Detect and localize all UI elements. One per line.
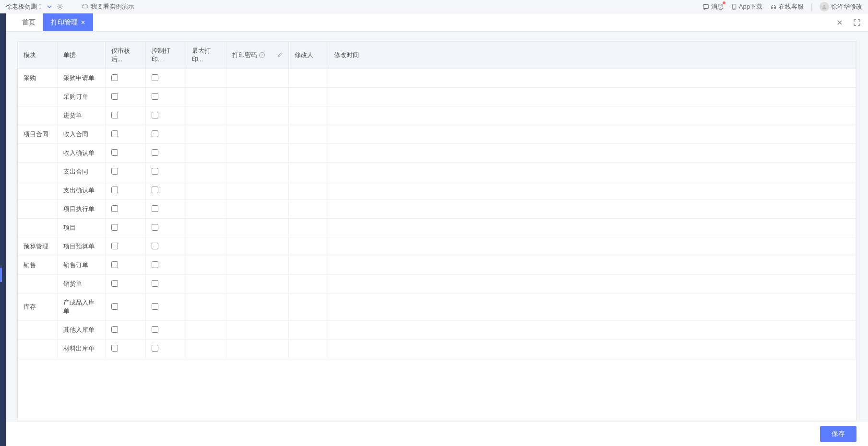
cell-password — [226, 321, 288, 340]
th-print-password: 打印密码 ? — [226, 42, 288, 69]
cell-bill: 收入合同 — [57, 125, 105, 144]
table-row: 采购采购申请单 — [18, 69, 856, 88]
checkbox-after-audit[interactable] — [111, 280, 118, 287]
cell-module: 预算管理 — [18, 237, 57, 256]
table-row: 支出确认单 — [18, 181, 856, 200]
svg-point-3 — [734, 8, 734, 8]
checkbox-control-print[interactable] — [152, 303, 158, 310]
checkbox-control-print[interactable] — [152, 130, 158, 137]
messages-link[interactable]: 消息 — [702, 2, 724, 11]
checkbox-control-print[interactable] — [152, 326, 158, 333]
cell-control-print — [145, 321, 186, 340]
user-menu[interactable]: 徐泽华修改 — [820, 2, 862, 12]
gear-icon[interactable] — [57, 3, 63, 10]
th-after-audit: 仅审核后... — [105, 42, 145, 69]
tab-print-management[interactable]: 打印管理 ✕ — [43, 13, 93, 31]
checkbox-control-print[interactable] — [152, 168, 158, 175]
cell-module — [18, 275, 57, 293]
cell-password — [226, 125, 288, 144]
close-all-tabs-button[interactable] — [834, 17, 845, 28]
fullscreen-button[interactable] — [852, 17, 862, 28]
cell-control-print — [145, 200, 186, 219]
edit-icon[interactable] — [277, 52, 283, 58]
cell-modify-time — [328, 219, 856, 237]
checkbox-control-print[interactable] — [152, 280, 158, 287]
cell-max-print — [186, 321, 226, 340]
cell-control-print — [145, 125, 186, 144]
tabs-bar: 首页 打印管理 ✕ — [6, 13, 868, 32]
cell-max-print — [186, 200, 226, 219]
tab-home[interactable]: 首页 — [14, 13, 43, 31]
company-name: 徐老板勿删！ — [6, 2, 43, 11]
cell-max-print — [186, 181, 226, 200]
cell-modify-time — [328, 340, 856, 358]
checkbox-control-print[interactable] — [152, 345, 158, 352]
checkbox-after-audit[interactable] — [111, 149, 118, 156]
avatar-icon — [820, 2, 829, 12]
online-service-label: 在线客服 — [779, 2, 804, 11]
checkbox-after-audit[interactable] — [111, 326, 118, 333]
checkbox-after-audit[interactable] — [111, 187, 118, 193]
checkbox-control-print[interactable] — [152, 112, 158, 118]
app-download-link[interactable]: App下载 — [731, 2, 762, 11]
table-row: 库存产成品入库单 — [18, 293, 856, 321]
checkbox-after-audit[interactable] — [111, 112, 118, 118]
demo-link-label: 我要看实例演示 — [91, 2, 134, 11]
table-row: 采购订单 — [18, 88, 856, 106]
cell-password — [226, 256, 288, 275]
checkbox-control-print[interactable] — [152, 187, 158, 193]
cell-password — [226, 219, 288, 237]
cell-modifier — [288, 125, 328, 144]
cell-module: 销售 — [18, 256, 57, 275]
checkbox-after-audit[interactable] — [111, 168, 118, 175]
checkbox-after-audit[interactable] — [111, 224, 118, 231]
help-icon[interactable]: ? — [259, 52, 265, 58]
cell-module — [18, 321, 57, 340]
th-password-label: 打印密码 — [232, 51, 257, 59]
cell-max-print — [186, 340, 226, 358]
th-modify-time: 修改时间 — [328, 42, 856, 69]
cell-module — [18, 163, 57, 181]
cell-max-print — [186, 219, 226, 237]
checkbox-after-audit[interactable] — [111, 345, 118, 352]
cell-modifier — [288, 219, 328, 237]
checkbox-after-audit[interactable] — [111, 303, 118, 310]
cell-max-print — [186, 163, 226, 181]
checkbox-control-print[interactable] — [152, 93, 158, 100]
footer-bar: 保存 — [6, 421, 868, 446]
app-download-label: App下载 — [739, 2, 762, 11]
cell-module: 项目合同 — [18, 125, 57, 144]
online-service-link[interactable]: 在线客服 — [770, 2, 804, 11]
table-row: 材料出库单 — [18, 340, 856, 358]
cell-bill: 收入确认单 — [57, 144, 105, 163]
checkbox-after-audit[interactable] — [111, 130, 118, 137]
cell-modify-time — [328, 275, 856, 293]
save-button[interactable]: 保存 — [820, 426, 856, 442]
cell-modifier — [288, 88, 328, 106]
cell-module — [18, 144, 57, 163]
checkbox-after-audit[interactable] — [111, 205, 118, 212]
checkbox-after-audit[interactable] — [111, 243, 118, 249]
table-row: 项目 — [18, 219, 856, 237]
cell-after-audit — [105, 144, 145, 163]
checkbox-after-audit[interactable] — [111, 261, 118, 268]
divider — [811, 3, 812, 11]
demo-link[interactable]: 我要看实例演示 — [82, 2, 134, 11]
cell-control-print — [145, 181, 186, 200]
checkbox-control-print[interactable] — [152, 243, 158, 249]
close-icon[interactable]: ✕ — [81, 19, 85, 26]
checkbox-after-audit[interactable] — [111, 93, 118, 100]
cell-modify-time — [328, 69, 856, 88]
checkbox-after-audit[interactable] — [111, 74, 118, 81]
cell-modifier — [288, 200, 328, 219]
checkbox-control-print[interactable] — [152, 205, 158, 212]
checkbox-control-print[interactable] — [152, 74, 158, 81]
content-area: 模块 单据 仅审核后... 控制打印... 最大打印... 打印密码 ? — [6, 32, 868, 421]
checkbox-control-print[interactable] — [152, 224, 158, 231]
cell-bill: 采购订单 — [57, 88, 105, 106]
cell-after-audit — [105, 219, 145, 237]
company-selector[interactable]: 徐老板勿删！ — [6, 2, 52, 11]
cell-password — [226, 69, 288, 88]
checkbox-control-print[interactable] — [152, 149, 158, 156]
checkbox-control-print[interactable] — [152, 261, 158, 268]
